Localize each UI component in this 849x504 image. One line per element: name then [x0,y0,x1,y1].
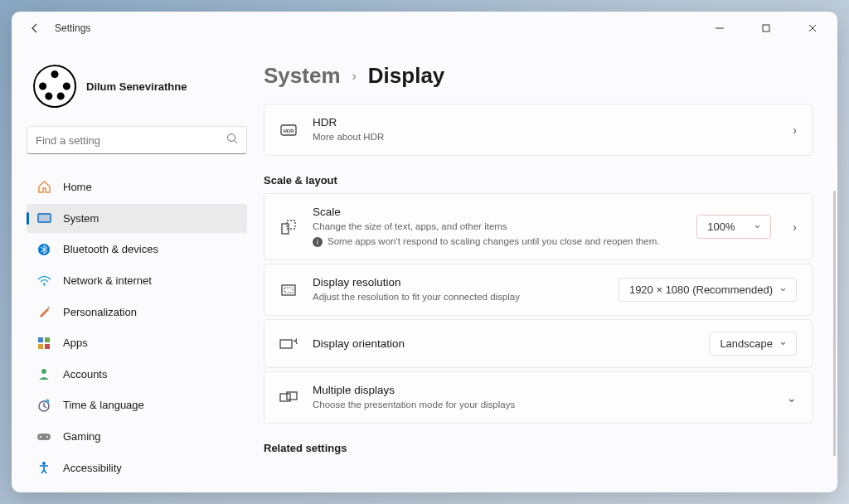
svg-point-7 [43,284,45,286]
orientation-dropdown[interactable]: Landscape [709,332,797,356]
sidebar-item-label: Apps [63,337,88,349]
search-field[interactable] [36,134,226,147]
search-icon [226,133,238,148]
breadcrumb-current: Display [368,63,445,89]
svg-point-16 [40,436,41,438]
resolution-card[interactable]: Display resolution Adjust the resolution… [264,264,813,316]
sidebar-item-label: Time & language [63,399,144,411]
minimize-button[interactable] [701,16,738,41]
svg-point-12 [41,369,46,374]
sidebar-item-accounts[interactable]: Accounts [27,360,247,390]
svg-point-17 [46,436,48,438]
resolution-subtitle: Adjust the resolution to fit your connec… [313,290,604,303]
sidebar-item-home[interactable]: Home [27,172,247,202]
chevron-right-icon: › [793,124,797,137]
main-content: System › Display HDR HDR More about HDR … [257,45,837,492]
sidebar-item-label: Bluetooth & devices [63,243,158,255]
sidebar-item-time[interactable]: Time & language [27,390,247,420]
orientation-icon [279,337,298,351]
multiple-title: Multiple displays [313,384,765,396]
chevron-right-icon: › [793,220,797,234]
resolution-icon [279,284,298,297]
apps-icon [36,336,51,351]
svg-point-2 [228,134,235,142]
multiple-subtitle: Choose the presentation mode for your di… [313,398,765,411]
home-icon [36,180,51,195]
chevron-right-icon: › [352,69,357,84]
avatar [33,65,76,108]
settings-window: Settings Dilum Senevirathne Home System … [12,12,837,492]
titlebar: Settings [12,12,837,45]
clock-icon [36,398,51,413]
scale-warning: iSome apps won't respond to scaling chan… [313,235,682,248]
user-name: Dilum Senevirathne [86,80,187,93]
accessibility-icon [36,460,51,475]
resolution-dropdown[interactable]: 1920 × 1080 (Recommended) [619,278,797,302]
scrollbar[interactable] [833,191,836,456]
sidebar-item-bluetooth[interactable]: Bluetooth & devices [27,235,247,264]
info-icon: i [313,237,323,247]
svg-line-3 [235,141,238,144]
hdr-title: HDR [313,116,771,128]
svg-text:HDR: HDR [284,128,295,133]
account-icon [36,366,51,381]
section-related: Related settings [264,442,813,454]
back-button[interactable] [25,18,45,38]
sidebar-item-label: Gaming [63,430,101,443]
svg-point-18 [42,462,46,465]
search-input[interactable] [27,126,247,154]
svg-rect-15 [37,434,51,440]
breadcrumb: System › Display [264,63,813,89]
system-icon [36,211,51,225]
chevron-down-icon: ⌄ [787,391,797,405]
svg-rect-24 [284,288,293,293]
sidebar-item-network[interactable]: Network & internet [27,266,247,296]
svg-rect-10 [38,344,43,349]
sidebar-item-label: System [63,212,99,225]
section-scale-layout: Scale & layout [264,174,813,187]
nav: Home System Bluetooth & devices Network … [27,172,247,482]
hdr-icon: HDR [279,124,298,136]
sidebar-item-gaming[interactable]: Gaming [27,422,247,452]
sidebar-item-system[interactable]: System [27,204,247,234]
svg-point-14 [46,399,50,403]
sidebar-item-label: Personalization [63,306,137,318]
resolution-title: Display resolution [313,276,604,288]
hdr-subtitle: More about HDR [313,130,771,143]
sidebar-item-label: Network & internet [63,274,152,287]
brush-icon [36,304,51,319]
svg-rect-9 [45,337,50,342]
sidebar-item-personalization[interactable]: Personalization [27,297,247,327]
svg-rect-23 [282,285,295,295]
orientation-card[interactable]: Display orientation Landscape [264,319,813,368]
app-title: Settings [55,22,90,34]
scale-card[interactable]: Scale Change the size of text, apps, and… [264,193,813,260]
maximize-button[interactable] [748,16,784,41]
wifi-icon [36,274,51,288]
hdr-card[interactable]: HDR HDR More about HDR › [264,104,813,156]
scale-subtitle: Change the size of text, apps, and other… [313,220,682,233]
breadcrumb-parent[interactable]: System [264,63,341,89]
sidebar-item-accessibility[interactable]: Accessibility [27,453,247,482]
sidebar-item-label: Accounts [63,368,107,380]
svg-rect-5 [38,214,51,222]
close-button[interactable] [794,16,831,41]
profile[interactable]: Dilum Senevirathne [27,50,247,126]
svg-rect-11 [45,344,50,349]
sidebar-item-label: Accessibility [63,462,122,474]
sidebar: Dilum Senevirathne Home System Bluetooth… [12,45,257,492]
scale-icon [279,219,298,235]
svg-rect-8 [38,337,43,342]
svg-rect-25 [280,340,292,348]
multiple-displays-icon [279,391,298,405]
sidebar-item-label: Home [63,181,92,193]
scale-title: Scale [313,206,682,218]
multiple-displays-card[interactable]: Multiple displays Choose the presentatio… [264,371,813,424]
scale-dropdown[interactable]: 100% [696,215,771,239]
orientation-title: Display orientation [313,337,694,350]
gaming-icon [36,429,51,444]
svg-rect-1 [763,25,769,32]
sidebar-item-apps[interactable]: Apps [27,328,247,358]
bluetooth-icon [36,242,51,257]
